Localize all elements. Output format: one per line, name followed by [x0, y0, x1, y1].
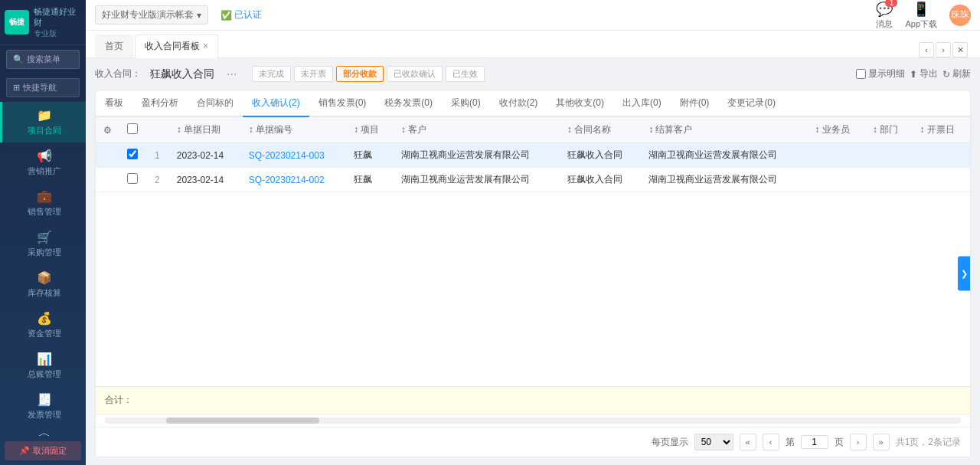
page-number-input[interactable] — [801, 435, 828, 449]
page-size-select[interactable]: 2050100 — [694, 434, 733, 450]
row-salesperson-1 — [807, 143, 864, 168]
next-page-button[interactable]: › — [850, 434, 867, 450]
table-container: ⚙ ↕ 单据日期 ↕ 单据编号 — [96, 117, 970, 457]
table-wrapper: ⚙ ↕ 单据日期 ↕ 单据编号 — [96, 117, 970, 386]
page-size-label: 每页显示 — [652, 436, 688, 449]
contract-title: 狂飙收入合同 — [150, 67, 214, 81]
data-table: ⚙ ↕ 单据日期 ↕ 单据编号 — [96, 117, 970, 192]
contract-tab-confirm[interactable]: 收入确认(2) — [243, 90, 309, 117]
prev-page-button[interactable]: ‹ — [763, 434, 779, 450]
user-avatar[interactable]: 珠珠 — [949, 5, 971, 26]
salesperson-col-header: ↕ 业务员 — [807, 117, 864, 143]
row-billing-2: 湖南卫视商业运营发展有限公司 — [641, 168, 807, 192]
sidebar-item-marketing[interactable]: 📢 营销推广 — [0, 142, 86, 183]
scroll-track — [105, 418, 961, 424]
first-page-button[interactable]: « — [740, 434, 756, 450]
doc-link-2[interactable]: SQ-20230214-002 — [249, 175, 325, 185]
status-btn-confirmed[interactable]: 已收款确认 — [387, 66, 443, 82]
tab-home[interactable]: 首页 — [95, 34, 133, 57]
sidebar-label-finance: 资金管理 — [28, 328, 61, 339]
table-body: 1 2023-02-14 SQ-20230214-003 狂飙 湖南卫视商业运营… — [96, 143, 970, 192]
sidebar-item-purchase[interactable]: 🛒 采购管理 — [0, 224, 86, 264]
row-settings-1 — [96, 143, 119, 168]
status-btn-uncompleted[interactable]: 未完成 — [252, 66, 291, 82]
show-detail-checkbox[interactable] — [856, 69, 866, 79]
more-options-button[interactable]: ··· — [224, 67, 240, 81]
row-docno-1: SQ-20230214-003 — [241, 143, 346, 168]
message-button[interactable]: 💬 1 消息 — [876, 1, 893, 30]
table-row[interactable]: 2 2023-02-14 SQ-20230214-002 狂飙 湖南卫视商业运营… — [96, 168, 970, 192]
sidebar-item-sales[interactable]: 💼 销售管理 — [0, 183, 86, 224]
tab-next-button[interactable]: › — [936, 42, 951, 57]
row-settings-2 — [96, 168, 119, 192]
page-label: 第 — [786, 436, 795, 449]
sidebar-item-inventory[interactable]: 📦 库存核算 — [0, 264, 86, 305]
message-badge: 1 — [885, 0, 897, 7]
quick-nav-button[interactable]: ⊞ 快捷导航 — [6, 78, 80, 97]
sidebar-item-general[interactable]: 📊 总账管理 — [0, 345, 86, 386]
contract-tab-change_log[interactable]: 变更记录(0) — [718, 90, 785, 117]
scroll-thumb[interactable] — [166, 418, 319, 424]
row-docno-2: SQ-20230214-002 — [241, 168, 346, 192]
contract-tab-tax_invoice[interactable]: 税务发票(0) — [375, 90, 442, 117]
contract-tab-sales_invoice[interactable]: 销售发票(0) — [309, 90, 376, 117]
sidebar-item-tax[interactable]: 🏛 税务管理 — [0, 427, 86, 437]
row-checkbox-2[interactable] — [127, 173, 138, 184]
row-checkbox-cell-1 — [119, 143, 145, 168]
contract-header: 收入合同： 狂飙收入合同 ··· 未完成未开票部分收款已收款确认已生效 显示明细… — [95, 66, 971, 82]
refresh-button[interactable]: ↻ 刷新 — [942, 67, 971, 80]
contract-tabs: 看板盈利分析合同标的收入确认(2)销售发票(0)税务发票(0)采购(0)收付款(… — [96, 90, 970, 117]
company-selector[interactable]: 好业财专业版演示帐套 ▾ — [95, 5, 208, 25]
sidebar-icon-sales: 💼 — [37, 189, 52, 204]
contract-tab-profit[interactable]: 盈利分析 — [132, 90, 188, 117]
sidebar-item-finance[interactable]: 💰 资金管理 — [0, 305, 86, 345]
tab-label-contract: 收入合同看板 — [145, 41, 200, 51]
table-row[interactable]: 1 2023-02-14 SQ-20230214-003 狂飙 湖南卫视商业运营… — [96, 143, 970, 168]
contract-tab-purchase[interactable]: 采购(0) — [442, 90, 490, 117]
export-icon: ⬆ — [910, 69, 917, 80]
tab-prev-button[interactable]: ‹ — [919, 42, 934, 57]
tab-close-all-button[interactable]: ✕ — [952, 42, 968, 57]
search-menu-button[interactable]: 🔍 搜索菜单 — [6, 50, 80, 69]
sidebar-item-invoice[interactable]: 🧾 发票管理 — [0, 386, 86, 427]
contract-tab-other_income[interactable]: 其他收支(0) — [547, 90, 613, 117]
row-salesperson-2 — [807, 168, 864, 192]
main-content: 好业财专业版演示帐套 ▾ ✅ 已认证 💬 1 消息 📱 App下载 珠珠 — [86, 0, 980, 465]
quick-nav-area: ⊞ 快捷导航 — [0, 74, 86, 102]
status-btn-partial[interactable]: 部分收款 — [336, 66, 384, 82]
contract-tab-standards[interactable]: 合同标的 — [188, 90, 243, 117]
sidebar-icon-project: 📁 — [37, 108, 52, 123]
contract-tab-payment[interactable]: 收付款(2) — [490, 90, 547, 117]
unpin-button[interactable]: 📌 取消固定 — [5, 441, 81, 460]
sidebar-icon-marketing: 📢 — [37, 149, 52, 163]
sidebar-label-invoice: 发票管理 — [28, 409, 61, 421]
row-dept-1 — [865, 143, 913, 168]
sidebar: 畅捷 畅捷通好业财 专业版 🔍 搜索菜单 ⊞ 快捷导航 📁 项目合同 📢 营销推… — [0, 0, 86, 465]
logo-text: 畅捷通好业财 专业版 — [34, 6, 81, 38]
status-btn-effective[interactable]: 已生效 — [446, 66, 485, 82]
select-all-checkbox[interactable] — [127, 123, 138, 134]
app-download-button[interactable]: 📱 App下载 — [905, 1, 937, 30]
sidebar-icon-general: 📊 — [37, 352, 52, 366]
row-billing-1: 湖南卫视商业运营发展有限公司 — [641, 143, 807, 168]
contract-tab-board[interactable]: 看板 — [96, 90, 132, 117]
doc-link-1[interactable]: SQ-20230214-003 — [249, 150, 325, 161]
tab-close-contract[interactable]: × — [203, 41, 208, 51]
sidebar-label-general: 总账管理 — [28, 368, 61, 380]
show-detail-checkbox-label[interactable]: 显示明细 — [856, 67, 905, 80]
last-page-button[interactable]: » — [873, 434, 890, 450]
contract-tab-attachment[interactable]: 附件(0) — [671, 90, 719, 117]
row-date-1: 2023-02-14 — [169, 143, 241, 168]
customer-col-header: ↕ 客户 — [394, 117, 560, 143]
export-button[interactable]: ⬆ 导出 — [910, 67, 938, 80]
contract-tab-warehouse[interactable]: 出入库(0) — [613, 90, 671, 117]
row-checkbox-1[interactable] — [127, 149, 138, 159]
sidebar-item-project[interactable]: 📁 项目合同 — [0, 102, 86, 142]
tab-bar: 首页收入合同看板× ‹ › ✕ — [86, 31, 980, 58]
status-btn-uninvoiced[interactable]: 未开票 — [294, 66, 333, 82]
tab-contract[interactable]: 收入合同看板× — [135, 34, 218, 58]
verified-badge: ✅ 已认证 — [220, 8, 262, 21]
total-label: 合计： — [105, 394, 132, 407]
right-float-button[interactable]: ❯ — [958, 257, 970, 291]
row-date-2: 2023-02-14 — [169, 168, 241, 192]
